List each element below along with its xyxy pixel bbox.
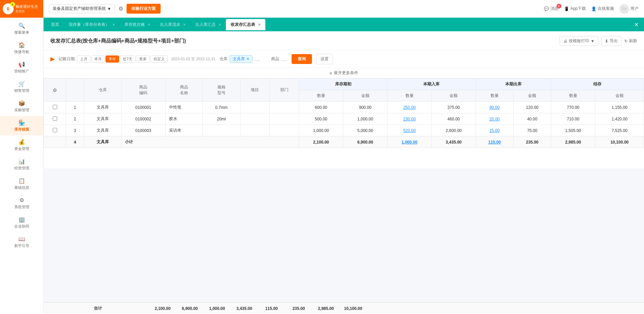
- system-icon: ⚙: [19, 197, 24, 203]
- date-btn-more[interactable]: 更多: [136, 55, 150, 63]
- sidebar-item-purchase[interactable]: 📦 采购管理: [0, 97, 43, 116]
- user-label: 用户: [630, 6, 639, 12]
- sidebar-item-marketing[interactable]: 📢 营销推广: [0, 58, 43, 77]
- sidebar-item-sales[interactable]: 🛒 销售管理: [0, 77, 43, 97]
- footer-vals: 2,100.00 6,900.00 1,000.00 3,435.00 115.…: [149, 306, 641, 311]
- footer-out-amt: 235.00: [285, 306, 312, 311]
- filter-settings-button[interactable]: 设置: [316, 54, 333, 64]
- table-header-settings[interactable]: ⚙: [44, 79, 66, 102]
- warehouse-label: 仓库: [219, 56, 228, 62]
- sidebar-item-search[interactable]: 🔍 搜索菜单: [0, 19, 43, 38]
- sidebar-item-quick[interactable]: 🏠 快捷导航: [0, 38, 43, 58]
- main-area: 装备及固定资产辅助管理系统 ▼ ⚙ 体验行业方案 💬 消息 6 📱 App下载 …: [44, 0, 644, 314]
- guide-icon: 📖: [18, 236, 25, 242]
- gear-icon[interactable]: ⚙: [53, 87, 57, 93]
- message-button[interactable]: 💬 消息 6: [544, 6, 559, 12]
- row-code: 0100001: [121, 102, 165, 113]
- row-checkbox[interactable]: [53, 105, 57, 109]
- col-group-open: 库存期初: [299, 79, 387, 90]
- col-sub-bal-qty: 数量: [551, 90, 595, 102]
- row-checkbox-cell[interactable]: [44, 125, 66, 136]
- topbar: 装备及固定资产辅助管理系统 ▼ ⚙ 体验行业方案 💬 消息 6 📱 App下载 …: [44, 0, 644, 18]
- expand-label: 展开更多条件: [334, 70, 358, 76]
- row-checkbox-cell[interactable]: [44, 102, 66, 113]
- row-warehouse: 文具库: [84, 102, 121, 113]
- app-download-button[interactable]: 📱 App下载: [564, 6, 586, 12]
- experience-button[interactable]: 体验行业方案: [127, 4, 161, 14]
- footer-open-amt: 6,900.00: [176, 306, 203, 311]
- tab-batch-close[interactable]: ✕: [148, 23, 150, 27]
- table-subtotal-row: 4 文具库 小计 2,100.00 6,900.00 1,000.00 3,43…: [44, 136, 644, 148]
- user-button[interactable]: Ea 用户: [620, 4, 639, 14]
- date-btn-this-year[interactable]: 本年: [105, 55, 119, 63]
- query-button[interactable]: 查询: [292, 54, 312, 64]
- row-out-qty[interactable]: 15.00: [476, 125, 513, 136]
- tab-inout-flow[interactable]: 出入库流水 ✕: [155, 19, 191, 30]
- warehouse-tag: 文具库 ✕: [230, 55, 252, 63]
- date-btn-last-month[interactable]: 上月: [77, 55, 90, 63]
- refresh-icon: ↻: [624, 39, 628, 44]
- tab-inout-flow-close[interactable]: ✕: [183, 23, 186, 27]
- settings-icon-topbar[interactable]: ⚙: [118, 5, 123, 12]
- logo-badge: 6: [10, 2, 15, 7]
- row-out-qty[interactable]: 20.00: [476, 113, 513, 125]
- row-in-amt: 460.00: [431, 113, 476, 125]
- tab-batch[interactable]: 库存批次账 ✕: [120, 19, 155, 30]
- subtotal-out-qty[interactable]: 115.00: [476, 136, 513, 148]
- subtotal-in-amt: 3,435.00: [431, 136, 476, 148]
- row-code: 0100003: [121, 125, 165, 136]
- sidebar-item-finance[interactable]: 💰 资金管理: [0, 135, 43, 155]
- topbar-right: 💬 消息 6 📱 App下载 👤 在线客服 Ea 用户: [544, 4, 639, 14]
- filter-toggle-button[interactable]: ▶: [50, 56, 54, 62]
- subtotal-in-qty[interactable]: 1,000.00: [387, 136, 432, 148]
- tab-inventory-close[interactable]: ✕: [112, 23, 115, 27]
- row-in-qty[interactable]: 520.00: [387, 125, 432, 136]
- refresh-button[interactable]: ↻ 刷新: [624, 38, 637, 44]
- print-button[interactable]: 🖨 按模板打印 ▼: [560, 36, 598, 46]
- filter-goods-group: 商品 ...: [264, 56, 287, 62]
- goods-ellipsis[interactable]: ...: [281, 56, 287, 62]
- col-header-spec: 规格型号: [202, 79, 240, 102]
- row-spec: 0.7mm: [202, 102, 240, 113]
- tab-stock-summary[interactable]: 收发存汇总表 ✕: [226, 19, 265, 30]
- online-service-button[interactable]: 👤 在线客服: [591, 6, 614, 12]
- date-btn-7days[interactable]: 近7天: [120, 55, 135, 63]
- expand-more-button[interactable]: ∨ 展开更多条件: [44, 68, 644, 78]
- row-project: [240, 102, 269, 113]
- phone-icon: 📱: [564, 6, 569, 11]
- tab-inout-summary-close[interactable]: ✕: [218, 23, 221, 27]
- sidebar-item-guide[interactable]: 📖 新手引导: [0, 232, 43, 252]
- warehouse-ellipsis[interactable]: ...: [254, 56, 261, 62]
- sidebar-item-inventory[interactable]: 🏪 库存核算: [0, 116, 43, 135]
- row-out-qty[interactable]: 80.00: [476, 102, 513, 113]
- subtotal-out-amt: 235.00: [513, 136, 551, 148]
- tab-stock-summary-close[interactable]: ✕: [258, 23, 261, 27]
- tab-bar-close-all[interactable]: ✕: [631, 21, 641, 28]
- sidebar-item-system[interactable]: ⚙ 系统管理: [0, 194, 43, 213]
- logo-text-block: 畅捷通好生意 标准版: [16, 4, 38, 14]
- system-selector[interactable]: 装备及固定资产辅助管理系统 ▼: [49, 4, 115, 13]
- tab-inout-summary[interactable]: 出入库汇总 ✕: [191, 19, 226, 30]
- sidebar-item-operation[interactable]: 📊 经营管理: [0, 155, 43, 174]
- warehouse-tag-close[interactable]: ✕: [246, 57, 249, 61]
- sidebar-item-enterprise[interactable]: 🏢 企业协同: [0, 213, 43, 232]
- date-btn-this-month[interactable]: 本月: [91, 55, 105, 63]
- footer-bal-amt: 10,100.00: [340, 306, 367, 311]
- footer-open-qty: 2,100.00: [149, 306, 176, 311]
- row-bal-amt: 1,420.00: [595, 113, 644, 125]
- export-button[interactable]: ⬇ 导出: [601, 36, 622, 46]
- row-checkbox[interactable]: [53, 116, 57, 121]
- tab-inventory[interactable]: 现存量（库存分布表） ✕: [64, 19, 120, 30]
- tab-home[interactable]: 首页: [46, 19, 64, 30]
- col-sub-open-amt: 金额: [343, 90, 387, 102]
- date-btn-custom[interactable]: 自定义: [150, 55, 168, 63]
- row-checkbox-cell[interactable]: [44, 113, 66, 125]
- row-in-qty[interactable]: 230.00: [387, 113, 432, 125]
- sidebar-item-basic[interactable]: 📋 基础信息: [0, 174, 43, 194]
- page-header: 收发存汇总表(按仓库+商品编码+商品+规格型号+项目+部门) 🖨 按模板打印 ▼…: [44, 31, 644, 50]
- filter-date-group: 记账日期 上月 本月 本年 近7天 更多 自定义 2023-01-01 至 20…: [59, 55, 215, 63]
- row-in-qty[interactable]: 250.00: [387, 102, 432, 113]
- logo-sub: 标准版: [16, 9, 38, 14]
- page-title: 收发存汇总表(按仓库+商品编码+商品+规格型号+项目+部门): [50, 38, 186, 48]
- row-checkbox[interactable]: [53, 128, 57, 132]
